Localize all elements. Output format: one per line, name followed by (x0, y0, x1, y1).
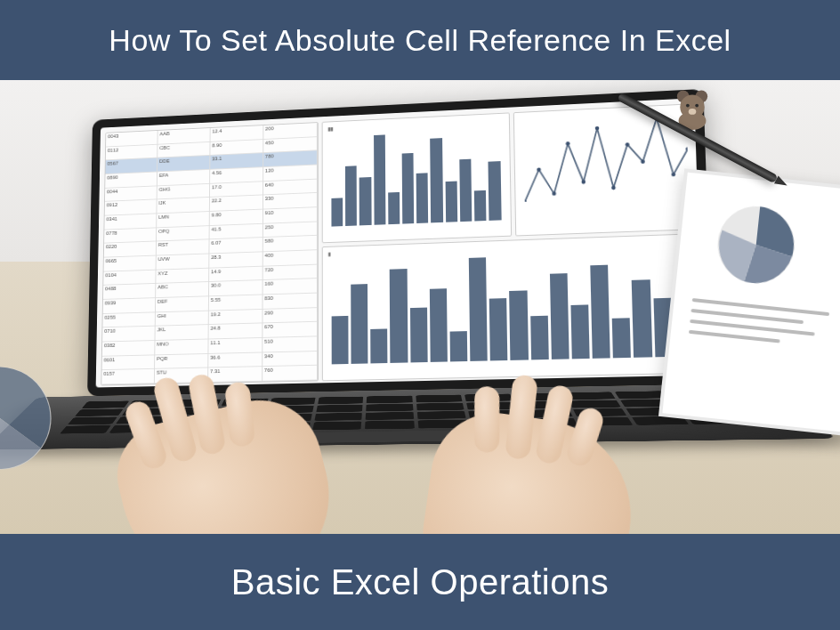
page-title: How To Set Absolute Cell Reference In Ex… (109, 23, 731, 58)
spreadsheet-panel: 0043011205670890004409120341077802200665… (101, 122, 318, 385)
bar-chart-bottom: ▮ (322, 233, 704, 381)
chart-label: ▮▮ (327, 125, 333, 132)
svg-point-8 (611, 186, 616, 190)
top-banner: How To Set Absolute Cell Reference In Ex… (0, 0, 840, 80)
bottom-banner: Basic Excel Operations (0, 534, 840, 630)
footer-title: Basic Excel Operations (231, 562, 610, 602)
svg-point-19 (695, 104, 699, 108)
svg-point-20 (689, 109, 697, 115)
clipboard-prop (658, 168, 840, 436)
svg-point-18 (686, 104, 690, 108)
clipboard-lines (686, 298, 840, 376)
svg-point-7 (594, 126, 599, 131)
laptop-screen-frame: 0043011205670890004409120341077802200665… (87, 89, 714, 396)
partial-pie-icon (0, 365, 53, 472)
pie-chart-icon (712, 201, 800, 289)
hero-image: 0043011205670890004409120341077802200665… (0, 80, 840, 534)
laptop-screen: 0043011205670890004409120341077802200665… (96, 98, 704, 387)
chart-label: ▮ (327, 251, 330, 257)
bar-chart-top: ▮▮ (321, 112, 511, 243)
